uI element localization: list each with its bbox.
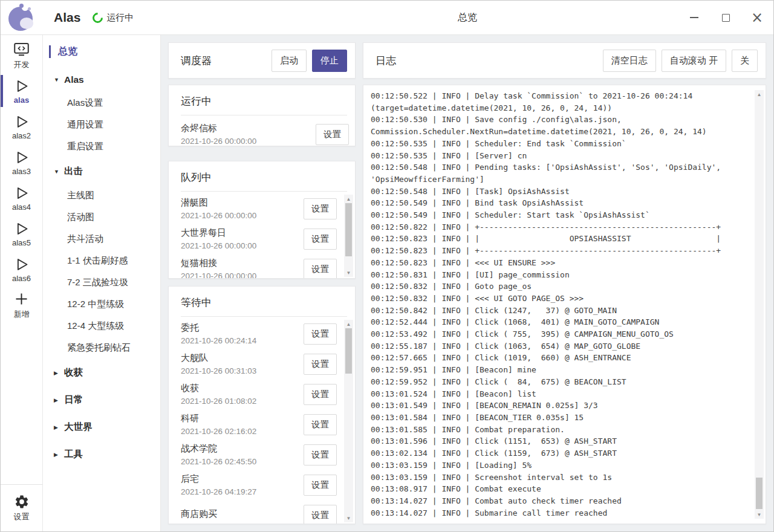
rail-item-alas6[interactable]: alas6	[1, 251, 42, 287]
code-monitor-icon	[13, 41, 30, 58]
task-setting-button[interactable]: 设置	[304, 229, 337, 250]
task-setting-button[interactable]: 设置	[304, 198, 337, 219]
menu-group-4[interactable]: ▶大世界	[43, 414, 160, 441]
menu-item[interactable]: 通用设置	[43, 114, 160, 136]
menu-group-label: 日常	[64, 394, 83, 406]
log-lines: 00:12:50.522 | INFO | Delay task `Commis…	[371, 90, 753, 519]
scroll-down-icon[interactable]: ▼	[344, 268, 353, 277]
menu-group-label: 收获	[64, 366, 83, 379]
rail-item-alas[interactable]: alas	[1, 73, 42, 109]
minimize-button[interactable]	[688, 10, 701, 25]
minimize-icon	[690, 17, 698, 18]
log-line: 00:12:52.444 | INFO | Click (1068, 401) …	[371, 316, 753, 328]
scrollbar-thumb[interactable]	[345, 203, 352, 256]
task-setting-button[interactable]: 设置	[304, 259, 337, 279]
menu-item[interactable]: 重启设置	[43, 136, 160, 158]
log-line: 00:13:01.584 | INFO | [BEACON_TIER 0.035…	[371, 412, 753, 424]
menu-group-0[interactable]: ▼Alas	[43, 67, 160, 92]
log-line: 00:12:50.822 | INFO | +-----------------…	[371, 221, 753, 233]
menu-item[interactable]: Alas设置	[43, 92, 160, 114]
triangle-right-icon: ▶	[54, 452, 64, 458]
rail-item-alas2[interactable]: alas2	[1, 109, 42, 144]
play-icon	[13, 149, 30, 166]
task-setting-button[interactable]: 设置	[304, 475, 337, 496]
log-column: 日志 清空日志 自动滚动 开 关 00:12:50.522 | INFO | D…	[363, 42, 766, 524]
task-row: 委托 2021-10-26 00:24:14 设置	[169, 319, 343, 349]
log-line: 00:13:14.027 | INFO | Combat auto check …	[371, 495, 753, 507]
task-row: 大舰队 2021-10-26 00:31:03 设置	[169, 349, 343, 379]
log-panel: 00:12:50.522 | INFO | Delay task `Commis…	[363, 85, 766, 524]
menu-item[interactable]: 主线图	[43, 185, 160, 207]
rail-item-add[interactable]: 新增	[1, 287, 42, 323]
rail-item-label: 开发	[14, 59, 30, 70]
running-title: 运行中	[169, 85, 355, 115]
scheduler-title: 调度器	[181, 54, 212, 68]
scroll-up-icon[interactable]: ▲	[344, 195, 353, 203]
menu-group-label: Alas	[64, 74, 84, 85]
rail-item-alas5[interactable]: alas5	[1, 216, 42, 251]
log-line: 00:12:50.549 | INFO | Scheduler: Start t…	[371, 209, 753, 221]
menu-group-5[interactable]: ▶工具	[43, 441, 160, 468]
play-icon	[13, 220, 30, 237]
menu-sidebar: 总览 ▼AlasAlas设置通用设置重启设置▼出击主线图活动图共斗活动1-1 伏…	[43, 35, 161, 531]
scheduler-panel: 调度器 启动 停止	[168, 42, 356, 79]
menu-item-overview[interactable]: 总览	[43, 41, 160, 62]
scrollbar-thumb[interactable]	[345, 328, 352, 374]
rail-item-settings[interactable]: 设置	[1, 490, 42, 525]
play-icon	[13, 256, 30, 273]
log-line: 00:12:50.823 | INFO | | OPSIASHASSIST |	[371, 233, 753, 245]
log-line: (target=datetime.datetime(2021, 10, 26, …	[371, 102, 753, 114]
menu-item[interactable]: 紧急委托刷钻石	[43, 337, 160, 359]
task-setting-button[interactable]: 设置	[304, 323, 337, 345]
rail-item-label: alas2	[12, 131, 31, 140]
menu-group-1[interactable]: ▼出击	[43, 158, 160, 185]
log-line: 00:13:03.159 | INFO | Screenshot interva…	[371, 472, 753, 484]
maximize-button[interactable]	[719, 10, 732, 25]
start-button[interactable]: 启动	[272, 50, 307, 72]
rail-item-dev[interactable]: 开发	[1, 37, 42, 73]
pending-scrollbar[interactable]: ▲ ▼	[344, 195, 353, 277]
scrollbar-thumb[interactable]	[756, 478, 763, 509]
task-row: 收获 2021-10-26 01:08:02 设置	[169, 379, 343, 409]
task-setting-button[interactable]: 设置	[304, 354, 337, 375]
scroll-up-icon[interactable]: ▲	[344, 320, 353, 328]
close-button[interactable]: ×	[750, 10, 764, 25]
task-name: 大舰队	[181, 352, 304, 364]
rail-bottom: 设置	[1, 484, 42, 531]
task-name: 收获	[181, 383, 304, 394]
running-task-list: 余烬信标 2021-10-26 00:00:00 设置	[169, 117, 355, 146]
task-setting-button[interactable]: 设置	[304, 505, 337, 524]
menu-group-3[interactable]: ▶日常	[43, 386, 160, 414]
task-name: 后宅	[181, 473, 304, 485]
clear-log-button[interactable]: 清空日志	[603, 50, 656, 72]
running-panel: 运行中 余烬信标 2021-10-26 00:00:00	[168, 85, 356, 146]
autoscroll-off-button[interactable]: 关	[732, 50, 758, 72]
menu-item[interactable]: 1-1 伏击刷好感	[43, 250, 160, 272]
autoscroll-on-button[interactable]: 自动滚动 开	[662, 50, 726, 72]
rail-item-alas4[interactable]: alas4	[1, 180, 42, 216]
task-setting-button[interactable]: 设置	[304, 414, 337, 435]
task-setting-button[interactable]: 设置	[304, 444, 337, 465]
menu-item[interactable]: 7-2 三战捡垃圾	[43, 272, 160, 294]
menu-item[interactable]: 12-4 大型练级	[43, 316, 160, 337]
triangle-down-icon: ▼	[54, 77, 64, 83]
rail-item-label: alas	[14, 96, 29, 105]
stop-button[interactable]: 停止	[312, 50, 347, 72]
menu-item[interactable]: 活动图	[43, 207, 160, 229]
scroll-down-icon[interactable]: ▼	[344, 514, 353, 522]
running-spinner-icon	[91, 10, 105, 25]
log-line: 00:13:01.585 | INFO | Combat preparation…	[371, 424, 753, 436]
log-scrollbar[interactable]: ▲ ▼	[755, 90, 764, 519]
menu-item[interactable]: 12-2 中型练级	[43, 294, 160, 316]
task-name: 余烬信标	[181, 123, 316, 134]
scroll-down-icon[interactable]: ▼	[755, 510, 764, 519]
menu-group-2[interactable]: ▶收获	[43, 359, 160, 386]
scroll-up-icon[interactable]: ▲	[755, 90, 764, 99]
task-setting-button[interactable]: 设置	[316, 124, 349, 145]
menu-item[interactable]: 共斗活动	[43, 229, 160, 250]
task-setting-button[interactable]: 设置	[304, 384, 337, 405]
rail-item-alas3[interactable]: alas3	[1, 144, 42, 180]
waiting-scrollbar[interactable]: ▲ ▼	[344, 320, 353, 522]
task-name: 委托	[181, 322, 304, 334]
task-row: 科研 2021-10-26 02:16:02 设置	[169, 409, 343, 440]
